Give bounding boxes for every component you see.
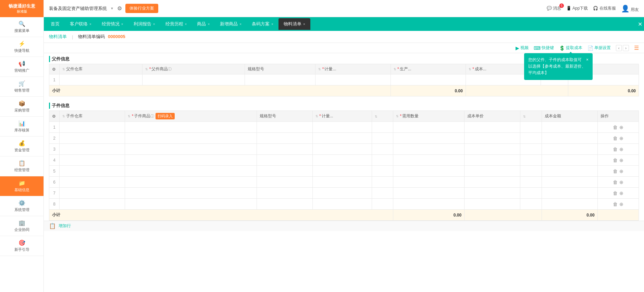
parent-row-product[interactable] <box>143 74 245 85</box>
grid-view-icon[interactable]: ☰ <box>634 45 639 51</box>
delete-icon[interactable]: 🗑 <box>613 190 618 196</box>
child-row-quantity[interactable] <box>393 133 465 144</box>
child-row-unit-cost[interactable] <box>465 166 520 177</box>
child-row-extra2[interactable] <box>520 188 542 199</box>
tab-close-2[interactable]: × <box>121 22 123 26</box>
child-row-quantity[interactable] <box>393 144 465 155</box>
sidebar-item-sales[interactable]: 🛒 销售管理 <box>0 77 44 97</box>
delete-icon[interactable]: 🗑 <box>613 157 618 163</box>
child-row-extra[interactable] <box>372 166 393 177</box>
child-row-quantity[interactable] <box>393 188 465 199</box>
child-row-extra2[interactable] <box>520 155 542 166</box>
settings-button[interactable]: 📄 单据设置 <box>587 45 611 51</box>
child-row-unit-cost[interactable] <box>465 188 520 199</box>
add-row-label[interactable]: 增加行 <box>59 223 71 229</box>
view-button[interactable]: ▶ 视频 <box>516 45 529 51</box>
user-item[interactable]: 👤 用友 <box>621 4 639 13</box>
child-row-warehouse[interactable] <box>60 166 125 177</box>
child-row-extra2[interactable] <box>520 144 542 155</box>
child-row-quantity[interactable] <box>393 122 465 133</box>
child-row-extra2[interactable] <box>520 177 542 188</box>
child-row-product[interactable] <box>125 122 257 133</box>
child-row-unit[interactable] <box>312 166 372 177</box>
sidebar-item-marketing[interactable]: 📢 营销推广 <box>0 57 44 77</box>
child-row-warehouse[interactable] <box>60 199 125 210</box>
child-row-unit-cost[interactable] <box>465 122 520 133</box>
child-row-unit-cost[interactable] <box>465 199 520 210</box>
nav-tab-5[interactable]: 商品 × <box>192 18 215 30</box>
delete-icon[interactable]: 🗑 <box>613 201 618 207</box>
sidebar-item-quicknav[interactable]: ⚡ 快捷导航 <box>0 37 44 57</box>
parent-row-unit[interactable] <box>315 74 391 85</box>
tab-close-1[interactable]: × <box>89 22 91 26</box>
delete-icon[interactable]: 🗑 <box>613 179 618 185</box>
copy-icon[interactable]: ⊕ <box>619 157 623 163</box>
copy-icon[interactable]: ⊕ <box>619 179 623 185</box>
child-row-unit[interactable] <box>312 133 372 144</box>
nav-tab-8[interactable]: 物料清单 × <box>278 18 310 30</box>
child-row-product[interactable] <box>125 166 257 177</box>
nav-tab-1[interactable]: 客户联络 × <box>65 18 97 30</box>
delete-icon[interactable]: 🗑 <box>613 147 618 152</box>
child-row-extra2[interactable] <box>520 166 542 177</box>
child-row-unit[interactable] <box>312 177 372 188</box>
sidebar-item-purchase[interactable]: 📦 采购管理 <box>0 97 44 117</box>
child-row-spec[interactable] <box>257 166 312 177</box>
sidebar-item-inventory[interactable]: 📊 库存核算 <box>0 117 44 137</box>
child-row-quantity[interactable] <box>393 166 465 177</box>
child-row-extra2[interactable] <box>520 133 542 144</box>
gear-icon[interactable]: ⚙ <box>117 5 122 12</box>
copy-icon[interactable]: ⊕ <box>619 136 623 141</box>
nav-tab-4[interactable]: 经营历程 × <box>160 18 192 30</box>
system-dropdown-icon[interactable]: ▼ <box>110 7 114 10</box>
child-row-extra[interactable] <box>372 133 393 144</box>
tooltip-close-icon[interactable]: × <box>586 57 589 63</box>
tab-close-6[interactable]: × <box>239 22 242 26</box>
scan-button[interactable]: 扫码录入 <box>156 113 175 119</box>
child-row-extra[interactable] <box>372 188 393 199</box>
parent-col-gear[interactable]: ⚙ <box>49 64 60 74</box>
child-row-unit[interactable] <box>312 199 372 210</box>
child-row-extra[interactable] <box>372 144 393 155</box>
nav-tab-7[interactable]: 条码方案 × <box>247 18 278 30</box>
child-row-quantity[interactable] <box>393 155 465 166</box>
tab-close-3[interactable]: × <box>153 22 155 26</box>
delete-icon[interactable]: 🗑 <box>613 168 618 174</box>
nav-tab-3[interactable]: 利润报告 × <box>128 18 160 30</box>
copy-icon[interactable]: ⊕ <box>619 201 623 207</box>
child-row-warehouse[interactable] <box>60 177 125 188</box>
cost-button[interactable]: 💲 提取成本 <box>559 45 582 51</box>
sidebar-item-system[interactable]: ⚙️ 系统管理 <box>0 196 44 216</box>
sidebar-item-search[interactable]: 🔍 搜索菜单 <box>0 17 44 37</box>
prev-arrow[interactable]: ‹ <box>616 45 622 51</box>
child-row-unit[interactable] <box>312 122 372 133</box>
child-row-unit[interactable] <box>312 188 372 199</box>
child-row-unit-cost[interactable] <box>465 144 520 155</box>
tab-close-8[interactable]: × <box>303 22 305 26</box>
child-row-product[interactable] <box>125 155 257 166</box>
delete-icon[interactable]: 🗑 <box>613 136 618 141</box>
child-row-warehouse[interactable] <box>60 144 125 155</box>
child-row-warehouse[interactable] <box>60 133 125 144</box>
child-row-unit-cost[interactable] <box>465 133 520 144</box>
child-row-extra2[interactable] <box>520 122 542 133</box>
sidebar-item-operations[interactable]: 📋 经营管理 <box>0 156 44 176</box>
tab-close-7[interactable]: × <box>271 22 273 26</box>
tab-close-5[interactable]: × <box>208 22 210 26</box>
delete-icon[interactable]: 🗑 <box>613 125 618 130</box>
child-row-unit-cost[interactable] <box>465 155 520 166</box>
parent-row-spec[interactable] <box>245 74 315 85</box>
parent-row-production[interactable] <box>391 74 466 85</box>
child-row-spec[interactable] <box>257 199 312 210</box>
child-col-gear[interactable]: ⚙ <box>49 111 60 122</box>
child-row-quantity[interactable] <box>393 199 465 210</box>
copy-icon[interactable]: ⊕ <box>619 190 623 196</box>
child-row-spec[interactable] <box>257 188 312 199</box>
tab-close-4[interactable]: × <box>185 22 187 26</box>
child-row-product[interactable] <box>125 144 257 155</box>
child-row-warehouse[interactable] <box>60 188 125 199</box>
parent-row-warehouse[interactable] <box>60 74 143 85</box>
child-row-unit[interactable] <box>312 155 372 166</box>
online-service-item[interactable]: 🎧 在线客服 <box>593 5 616 11</box>
child-row-spec[interactable] <box>257 144 312 155</box>
